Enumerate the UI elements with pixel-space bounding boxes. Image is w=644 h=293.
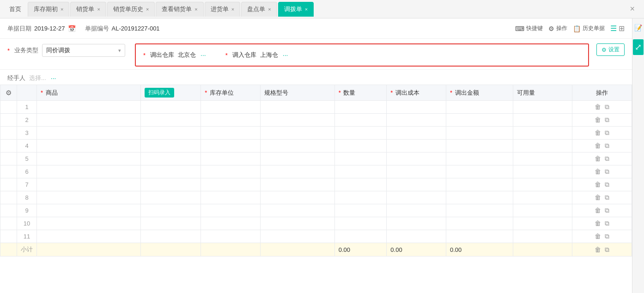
agent-select[interactable]: 选择... <box>29 74 46 82</box>
tab-inventory-init[interactable]: 库存期初 × <box>28 2 69 17</box>
td-spec-9[interactable] <box>260 204 334 217</box>
copy-icon[interactable]: ⧉ <box>605 103 609 110</box>
delete-icon[interactable]: 🗑 <box>595 194 601 201</box>
td-cost-1[interactable] <box>387 101 446 114</box>
layout-list-icon[interactable]: ☰ <box>610 24 617 33</box>
td-qty-6[interactable] <box>334 165 387 178</box>
copy-icon[interactable]: ⧉ <box>605 246 609 253</box>
td-qty-4[interactable] <box>334 140 387 153</box>
td-qty-5[interactable] <box>334 153 387 165</box>
td-unit-8[interactable] <box>201 191 261 204</box>
td-amount-10[interactable] <box>446 217 513 230</box>
td-unit-6[interactable] <box>201 165 261 178</box>
td-unit-1[interactable] <box>201 101 261 114</box>
close-icon[interactable]: × <box>231 6 234 12</box>
close-icon[interactable]: × <box>194 6 197 12</box>
th-settings[interactable]: ⚙ <box>0 85 17 101</box>
copy-icon[interactable]: ⧉ <box>605 142 609 149</box>
td-product-6[interactable] <box>37 165 141 178</box>
copy-icon[interactable]: ⧉ <box>605 155 609 162</box>
td-spec-7[interactable] <box>260 178 334 191</box>
td-cost-2[interactable] <box>387 114 446 127</box>
td-spec-10[interactable] <box>260 217 334 230</box>
history-action[interactable]: 📋 历史单据 <box>573 24 605 32</box>
td-unit-10[interactable] <box>201 217 261 230</box>
td-spec-1[interactable] <box>260 101 334 114</box>
td-qty-9[interactable] <box>334 204 387 217</box>
td-cost-10[interactable] <box>387 217 446 230</box>
td-product-2[interactable] <box>37 114 141 127</box>
td-amount-8[interactable] <box>446 191 513 204</box>
close-icon[interactable]: × <box>146 6 149 12</box>
td-cost-9[interactable] <box>387 204 446 217</box>
td-spec-2[interactable] <box>260 114 334 127</box>
td-product-10[interactable] <box>37 217 141 230</box>
td-product-8[interactable] <box>37 191 141 204</box>
td-product-9[interactable] <box>37 204 141 217</box>
td-unit-11[interactable] <box>201 230 261 243</box>
close-icon[interactable]: × <box>268 6 271 12</box>
warehouse-in-more-button[interactable]: ··· <box>282 50 289 60</box>
shortcut-action[interactable]: ⌨ 快捷键 <box>515 24 543 32</box>
delete-icon[interactable]: 🗑 <box>595 129 601 136</box>
copy-icon[interactable]: ⧉ <box>605 181 609 188</box>
td-cost-5[interactable] <box>387 153 446 165</box>
td-product-5[interactable] <box>37 153 141 165</box>
td-amount-11[interactable] <box>446 230 513 243</box>
scan-button[interactable]: 扫码录入 <box>145 88 174 98</box>
td-spec-3[interactable] <box>260 127 334 140</box>
td-amount-3[interactable] <box>446 127 513 140</box>
tab-transfer[interactable]: 调拨单 × <box>278 2 314 17</box>
tab-sales-order[interactable]: 销货单 × <box>70 2 106 17</box>
td-product-1[interactable] <box>37 101 141 114</box>
td-spec-11[interactable] <box>260 230 334 243</box>
copy-icon[interactable]: ⧉ <box>605 194 609 201</box>
td-spec-6[interactable] <box>260 165 334 178</box>
td-qty-2[interactable] <box>334 114 387 127</box>
delete-icon[interactable]: 🗑 <box>595 181 601 188</box>
delete-icon[interactable]: 🗑 <box>595 207 601 214</box>
tab-view-sales[interactable]: 查看销货单 × <box>156 2 203 17</box>
copy-icon[interactable]: ⧉ <box>605 116 609 123</box>
agent-more-button[interactable]: ··· <box>50 73 57 83</box>
delete-icon[interactable]: 🗑 <box>595 155 601 162</box>
td-product-11[interactable] <box>37 230 141 243</box>
layout-grid-icon[interactable]: ⊞ <box>619 24 625 33</box>
td-cost-11[interactable] <box>387 230 446 243</box>
td-amount-5[interactable] <box>446 153 513 165</box>
td-amount-2[interactable] <box>446 114 513 127</box>
warehouse-out-more-button[interactable]: ··· <box>200 50 207 60</box>
td-unit-2[interactable] <box>201 114 261 127</box>
copy-icon[interactable]: ⧉ <box>605 129 609 136</box>
operation-action[interactable]: ⚙ 操作 <box>548 24 567 32</box>
tab-purchase-order[interactable]: 进货单 × <box>205 2 240 17</box>
td-product-4[interactable] <box>37 140 141 153</box>
tab-stocktake[interactable]: 盘点单 × <box>241 2 277 17</box>
delete-icon[interactable]: 🗑 <box>595 232 601 240</box>
sidebar-expand-icon[interactable]: ⤢ <box>633 39 644 55</box>
calendar-icon[interactable]: 📅 <box>68 25 76 32</box>
td-cost-8[interactable] <box>387 191 446 204</box>
td-qty-7[interactable] <box>334 178 387 191</box>
td-amount-7[interactable] <box>446 178 513 191</box>
td-qty-1[interactable] <box>334 101 387 114</box>
td-qty-8[interactable] <box>334 191 387 204</box>
setting-button[interactable]: ⚙ 设置 <box>596 43 625 56</box>
td-unit-3[interactable] <box>201 127 261 140</box>
copy-icon[interactable]: ⧉ <box>605 207 609 214</box>
td-cost-7[interactable] <box>387 178 446 191</box>
td-unit-7[interactable] <box>201 178 261 191</box>
copy-icon[interactable]: ⧉ <box>605 168 609 175</box>
delete-icon[interactable]: 🗑 <box>595 168 601 175</box>
gear-icon[interactable]: ⚙ <box>6 89 12 97</box>
td-spec-8[interactable] <box>260 191 334 204</box>
td-amount-9[interactable] <box>446 204 513 217</box>
delete-icon[interactable]: 🗑 <box>595 116 601 123</box>
business-type-select[interactable]: 同价调拨 ▾ <box>42 44 125 57</box>
delete-icon[interactable]: 🗑 <box>595 220 601 227</box>
td-qty-10[interactable] <box>334 217 387 230</box>
td-cost-6[interactable] <box>387 165 446 178</box>
global-close-button[interactable]: × <box>624 4 640 14</box>
td-qty-3[interactable] <box>334 127 387 140</box>
delete-icon[interactable]: 🗑 <box>595 103 601 110</box>
